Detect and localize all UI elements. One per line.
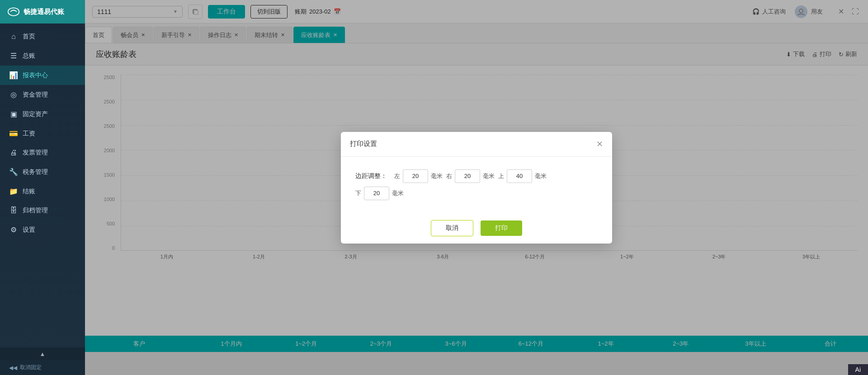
- cancel-button[interactable]: 取消: [431, 220, 473, 236]
- svg-point-0: [8, 8, 19, 16]
- home-icon: ⌂: [9, 33, 18, 41]
- print-settings-dialog: 打印设置 ✕ 边距调整： 左 毫米 右 毫米 上 毫米: [341, 132, 612, 244]
- dialog-footer: 取消 打印: [341, 213, 612, 244]
- capital-icon: ◎: [9, 90, 18, 99]
- tax-icon: 🔧: [9, 168, 18, 176]
- sidebar-item-assets[interactable]: ▣ 固定资产: [0, 104, 85, 124]
- margin-label: 边距调整：: [355, 172, 387, 180]
- app-title: 畅捷通易代账: [24, 8, 64, 16]
- sidebar-item-salary[interactable]: 💳 工资: [0, 124, 85, 143]
- sidebar: 畅捷通易代账 ⌂ 首页 ☰ 总账 📊 报表中心 ◎ 资金管理 ▣ 固定资产 💳 …: [0, 0, 85, 375]
- sidebar-item-capital[interactable]: ◎ 资金管理: [0, 85, 85, 104]
- collapse-icon: ◀◀: [9, 365, 17, 371]
- sidebar-scroll-up[interactable]: ▲: [0, 347, 85, 360]
- dialog-body: 边距调整： 左 毫米 右 毫米 上 毫米 下: [341, 157, 612, 213]
- top-unit: 毫米: [535, 172, 547, 180]
- sidebar-item-label: 首页: [23, 33, 35, 41]
- top-margin-group: 上 毫米: [498, 169, 547, 183]
- salary-icon: 💳: [9, 129, 18, 138]
- right-margin-group: 右 毫米: [446, 169, 495, 183]
- sidebar-item-home[interactable]: ⌂ 首页: [0, 27, 85, 46]
- sidebar-item-label: 资金管理: [23, 91, 48, 99]
- sidebar-item-label: 总账: [23, 52, 35, 60]
- ai-label: Ai: [855, 366, 861, 373]
- dialog-title: 打印设置: [350, 140, 377, 148]
- ledger-icon: ☰: [9, 52, 18, 60]
- collapse-label: 取消固定: [20, 364, 42, 371]
- sidebar-nav: ⌂ 首页 ☰ 总账 📊 报表中心 ◎ 资金管理 ▣ 固定资产 💳 工资 🖨 发票…: [0, 23, 85, 347]
- bottom-label: 下: [355, 189, 361, 197]
- bottom-margin-group: 下 毫米: [355, 187, 404, 200]
- dialog-close-button[interactable]: ✕: [596, 139, 603, 149]
- dialog-header: 打印设置 ✕: [341, 132, 612, 157]
- logo-icon: [7, 5, 20, 18]
- archive-icon: 🗄: [9, 206, 18, 215]
- sidebar-item-archive[interactable]: 🗄 归档管理: [0, 201, 85, 220]
- sidebar-item-label: 归档管理: [23, 206, 48, 215]
- print-confirm-button[interactable]: 打印: [481, 220, 522, 236]
- sidebar-item-ledger[interactable]: ☰ 总账: [0, 46, 85, 66]
- sidebar-item-reports[interactable]: 📊 报表中心: [0, 66, 85, 85]
- settings-icon: ⚙: [9, 225, 18, 234]
- left-margin-input[interactable]: [403, 169, 428, 183]
- ai-badge[interactable]: Ai: [848, 364, 868, 375]
- top-label: 上: [498, 172, 504, 180]
- sidebar-item-label: 工资: [23, 130, 35, 138]
- sidebar-item-label: 结账: [23, 188, 35, 196]
- invoice-icon: 🖨: [9, 149, 18, 157]
- sidebar-item-tax[interactable]: 🔧 税务管理: [0, 162, 85, 182]
- assets-icon: ▣: [9, 110, 18, 118]
- sidebar-item-closing[interactable]: 📁 结账: [0, 182, 85, 201]
- margin-settings-row: 边距调整： 左 毫米 右 毫米 上 毫米 下: [355, 169, 598, 200]
- sidebar-item-label: 发票管理: [23, 149, 48, 157]
- sidebar-collapse-btn[interactable]: ◀◀ 取消固定: [0, 360, 85, 375]
- sidebar-item-label: 设置: [23, 226, 35, 234]
- closing-icon: 📁: [9, 187, 18, 196]
- reports-icon: 📊: [9, 71, 18, 80]
- sidebar-item-label: 报表中心: [23, 71, 48, 80]
- sidebar-item-settings[interactable]: ⚙ 设置: [0, 220, 85, 239]
- sidebar-item-label: 税务管理: [23, 168, 48, 176]
- top-margin-input[interactable]: [507, 169, 532, 183]
- bottom-margin-input[interactable]: [364, 187, 389, 200]
- left-unit: 毫米: [431, 172, 443, 180]
- left-label: 左: [394, 172, 400, 180]
- right-label: 右: [446, 172, 452, 180]
- sidebar-item-invoice[interactable]: 🖨 发票管理: [0, 143, 85, 162]
- dialog-overlay: 打印设置 ✕ 边距调整： 左 毫米 右 毫米 上 毫米: [85, 0, 868, 375]
- sidebar-item-label: 固定资产: [23, 110, 48, 118]
- right-margin-input[interactable]: [455, 169, 480, 183]
- right-unit: 毫米: [483, 172, 495, 180]
- left-margin-group: 左 毫米: [394, 169, 443, 183]
- bottom-unit: 毫米: [392, 189, 404, 197]
- app-logo: 畅捷通易代账: [0, 0, 85, 23]
